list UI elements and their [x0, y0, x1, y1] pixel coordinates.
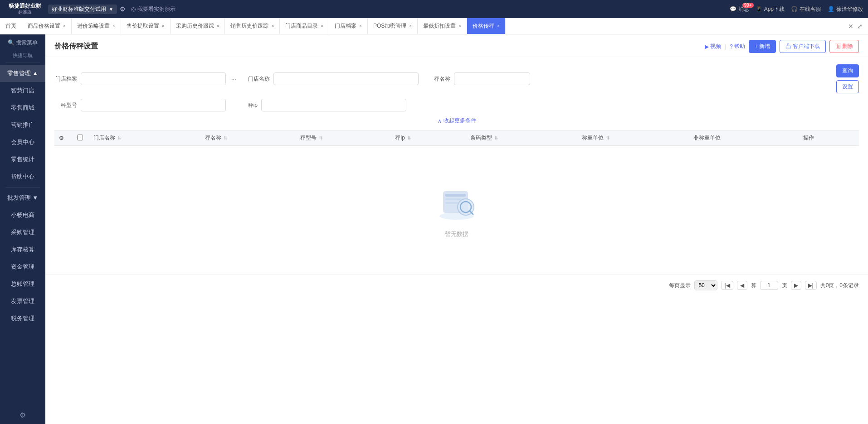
scale-ip-label: 秤ip [235, 101, 258, 109]
page-next-button[interactable]: ▶ [791, 281, 801, 290]
sidebar-search[interactable]: 🔍 搜索菜单 [0, 34, 45, 49]
tab-store-archive-close-icon[interactable]: × [359, 24, 362, 29]
tab-sale-price-close-icon[interactable]: × [162, 24, 165, 29]
sidebar-item-smart-store[interactable]: 智慧门店 [0, 82, 45, 99]
tab-close-all-icon[interactable]: ✕ [846, 23, 855, 30]
tab-store-archive[interactable]: 门店档案 × [329, 18, 368, 34]
sort-store-name-icon: ⇅ [117, 135, 121, 140]
search-icon: 🔍 [8, 39, 15, 46]
sidebar-settings-icon[interactable]: ⚙ [20, 411, 26, 419]
tab-purchase-history-close-icon[interactable]: × [217, 24, 219, 29]
query-button[interactable]: 查询 [836, 64, 859, 77]
per-page-select[interactable]: 50 10 20 100 [694, 280, 717, 290]
store-file-input[interactable] [81, 72, 226, 85]
page-suffix: 页 [782, 282, 787, 289]
sidebar-item-inventory[interactable]: 库存核算 [0, 241, 45, 258]
collapse-button[interactable]: ∧ 收起更多条件 [429, 117, 484, 125]
sidebar-item-wholesale[interactable]: 批发管理 ▼ [0, 189, 45, 207]
sidebar: 🔍 搜索菜单 快捷导航 零售管理 ▲ 智慧门店 零售商城 营销推广 会员中心 零… [0, 34, 45, 424]
version-arrow-icon: ▼ [109, 7, 113, 12]
sidebar-item-marketing[interactable]: 营销推广 [0, 116, 45, 134]
sidebar-quick-nav-label: 快捷导航 [0, 49, 45, 61]
tab-sales-history[interactable]: 销售历史价跟踪 × [225, 18, 280, 34]
tab-restore-icon[interactable]: ⤢ [855, 23, 864, 30]
scale-model-input[interactable] [81, 99, 226, 111]
download-button[interactable]: 凸 客户端下载 [780, 40, 825, 53]
filter-settings-label: 设置 [842, 83, 853, 91]
sidebar-item-member-center[interactable]: 会员中心 [0, 134, 45, 151]
online-service-tool[interactable]: 🎧 在线客服 [791, 5, 821, 13]
messages-tool[interactable]: 💬 消息 99+ [730, 5, 749, 13]
page-title: 价格传秤设置 [54, 42, 705, 51]
sidebar-item-retail-mall[interactable]: 零售商城 [0, 99, 45, 116]
col-checkbox[interactable] [73, 130, 89, 146]
tab-price-scale-close-icon[interactable]: × [497, 24, 500, 29]
video-link[interactable]: ▶ 视频 [705, 43, 721, 50]
logo-sub: 标准版 [18, 9, 32, 15]
page-number-input[interactable] [760, 281, 778, 290]
help-link[interactable]: ? 帮助 [730, 43, 745, 50]
col-barcode-type[interactable]: 条码类型 ⇅ [466, 130, 577, 146]
version-settings-icon[interactable]: ⚙ [120, 5, 126, 13]
delete-button[interactable]: 面 删除 [829, 40, 859, 53]
tab-purchase-strategy[interactable]: 进价策略设置 × [72, 18, 121, 34]
sidebar-item-retail-management[interactable]: 零售管理 ▲ [0, 65, 45, 82]
collapse-label: 收起更多条件 [444, 117, 476, 125]
add-button[interactable]: + 新增 [749, 40, 776, 53]
tab-sale-price[interactable]: 售价提取设置 × [121, 18, 171, 34]
col-store-name[interactable]: 门店名称 ⇅ [89, 130, 200, 146]
tab-goods-price-close-icon[interactable]: × [63, 24, 66, 29]
col-scale-name-label: 秤名称 [205, 135, 221, 141]
version-selector[interactable]: 好业财标准版交付试用 ▼ [48, 5, 117, 14]
tab-min-discount[interactable]: 最低折扣设置 × [418, 18, 467, 34]
sidebar-divider-1 [5, 187, 40, 188]
tab-sales-history-close-icon[interactable]: × [271, 24, 274, 29]
sidebar-item-retail-stats[interactable]: 零售统计 [0, 151, 45, 168]
query-button-label: 查询 [842, 67, 853, 75]
demo-link[interactable]: ◎ 我要看实例演示 [131, 5, 176, 13]
store-file-dots[interactable]: ··· [229, 76, 238, 82]
tab-price-scale[interactable]: 价格传秤 × [467, 18, 506, 34]
scale-name-label: 秤名称 [428, 75, 450, 83]
sidebar-item-finance[interactable]: 资金管理 [0, 258, 45, 275]
col-scale-name[interactable]: 秤名称 ⇅ [200, 130, 296, 146]
tab-home[interactable]: 首页 [0, 18, 22, 34]
sidebar-item-tax[interactable]: 税务管理 [0, 310, 45, 327]
video-icon: ▶ [705, 43, 709, 50]
top-bar: 畅捷通好业财 标准版 好业财标准版交付试用 ▼ ⚙ ◎ 我要看实例演示 💬 消息… [0, 0, 868, 18]
user-menu[interactable]: 👤 徐泽华修改 [828, 5, 863, 13]
filter-row-1: 门店档案 ··· 门店名称 秤名称 查询 设置 [54, 64, 859, 93]
sidebar-item-help-center[interactable]: 帮助中心 [0, 168, 45, 185]
sidebar-item-ledger[interactable]: 总账管理 [0, 275, 45, 293]
tab-min-discount-close-icon[interactable]: × [458, 24, 461, 29]
tab-purchase-history[interactable]: 采购历史价跟踪 × [171, 18, 225, 34]
sort-barcode-type-icon: ⇅ [494, 135, 498, 140]
filter-settings-button[interactable]: 设置 [836, 80, 859, 93]
col-scale-ip[interactable]: 秤ip ⇅ [390, 130, 465, 146]
page-first-button[interactable]: |◀ [721, 281, 733, 290]
col-non-weight-unit-label: 非称重单位 [693, 135, 721, 141]
app-logo: 畅捷通好业财 标准版 [5, 3, 45, 15]
sidebar-item-purchase[interactable]: 采购管理 [0, 224, 45, 241]
page-last-button[interactable]: ▶| [805, 281, 817, 290]
sidebar-item-invoice[interactable]: 发票管理 [0, 293, 45, 310]
col-scale-ip-label: 秤ip [395, 135, 405, 141]
sidebar-item-ecommerce[interactable]: 小畅电商 [0, 207, 45, 224]
app-download-tool[interactable]: 📱 App下载 [756, 5, 785, 13]
tab-pos-encrypt-close-icon[interactable]: × [409, 24, 412, 29]
tab-price-scale-label: 价格传秤 [473, 22, 494, 30]
store-name-input[interactable] [273, 72, 419, 85]
tab-goods-price[interactable]: 商品价格设置 × [22, 18, 72, 34]
col-weight-unit[interactable]: 称重单位 ⇅ [577, 130, 689, 146]
tab-purchase-strategy-close-icon[interactable]: × [112, 24, 115, 29]
messages-icon: 💬 [730, 6, 736, 12]
tab-pos-encrypt[interactable]: POS加密管理 × [368, 18, 418, 34]
tab-store-catalog-close-icon[interactable]: × [321, 24, 323, 29]
scale-ip-input[interactable] [261, 99, 406, 111]
col-settings[interactable]: ⚙ [54, 130, 73, 146]
col-scale-model[interactable]: 秤型号 ⇅ [296, 130, 391, 146]
page-prev-button[interactable]: ◀ [737, 281, 747, 290]
tab-store-catalog[interactable]: 门店商品目录 × [280, 18, 329, 34]
select-all-checkbox[interactable] [77, 135, 83, 140]
scale-name-input[interactable] [454, 72, 530, 85]
